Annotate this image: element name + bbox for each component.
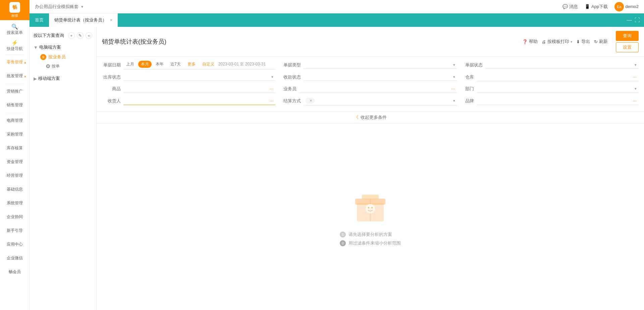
tab-close-btn[interactable]: ×	[110, 18, 112, 22]
settlement-tag: ×	[306, 98, 315, 104]
sidebar-item-finance[interactable]: 资金管理	[0, 155, 29, 169]
sidebar-item-member[interactable]: 畅会员	[0, 265, 29, 279]
date-tab-more[interactable]: 更多	[185, 61, 198, 68]
brand-label: 品牌	[465, 98, 474, 104]
sidebar-item-corp[interactable]: 企业协同	[0, 210, 29, 224]
sidebar-quicknav[interactable]: ⚡ 快捷导航	[7, 38, 23, 54]
setting-button[interactable]: 设置	[616, 42, 639, 52]
print-btn[interactable]: 🖨 按模板打印 ▾	[542, 39, 572, 45]
doc-type-select[interactable]: ▾	[304, 61, 457, 69]
page-header: 销货单统计表(按业务员) ❓ 帮助 🖨 按模板打印 ▾ ⬇ 导出	[97, 27, 644, 57]
divider	[6, 84, 23, 84]
consignee-input[interactable]: ···	[123, 97, 275, 105]
consignee-dots[interactable]: ···	[270, 98, 274, 103]
empty-state: ① 请先选择要分析的方案 ② 用过滤条件来缩小分析范围	[97, 123, 644, 310]
message-btn[interactable]: 💬 消息	[562, 4, 578, 10]
settlement-label: 结算方式	[283, 98, 301, 104]
sidebar-item-marketing[interactable]: 营销推广	[0, 85, 29, 98]
tree-child-by-order[interactable]: ⚙ 按单	[30, 62, 96, 71]
sidebar-search[interactable]: 🔍 搜索菜单	[7, 20, 23, 38]
dept-select[interactable]: ▾	[477, 85, 639, 93]
out-status-arrow: ▾	[271, 75, 273, 79]
sidebar-item-system[interactable]: 系统管理	[0, 196, 29, 210]
edit-scheme-btn[interactable]: ✎	[77, 32, 84, 39]
tab-current[interactable]: 销货单统计表（按业务员） ×	[49, 13, 118, 27]
date-tab-thismonth[interactable]: 本月	[138, 61, 152, 68]
salesman-dots[interactable]: ···	[451, 86, 455, 91]
sidebar-item-purchase[interactable]: 采购管理	[0, 127, 29, 141]
doc-status-select[interactable]: ▾	[485, 61, 639, 69]
collapse-icon: 《	[354, 114, 359, 120]
tree-parent-mobile[interactable]: ▶ 移动端方案	[30, 73, 96, 84]
sidebar-item-appcenter[interactable]: 应用中心	[0, 238, 29, 251]
page-title: 销货单统计表(按业务员)	[102, 38, 166, 50]
payment-status-select[interactable]: ▾	[304, 73, 457, 81]
tree-child-salesman[interactable]: 按 按业务员	[30, 52, 96, 62]
tab-maximize-btn[interactable]: ⛶	[635, 17, 640, 23]
user-avatar[interactable]: Ea demo2	[614, 2, 639, 11]
sidebar-item-wholesale[interactable]: 批发管理	[0, 69, 29, 83]
logo[interactable]: 畅 标摆	[0, 0, 30, 20]
settlement-tag-close[interactable]: ×	[310, 98, 312, 103]
sidebar-item-ecommerce[interactable]: 电商管理	[0, 114, 29, 127]
sidebar-item-inventory[interactable]: 库存核算	[0, 141, 29, 155]
payment-status-arrow: ▾	[453, 75, 455, 79]
app-download-btn[interactable]: 📱 App下载	[585, 4, 608, 10]
date-range: 2023-03-01 至 2023-03-31	[218, 61, 266, 67]
date-tab-custom[interactable]: 自定义	[200, 61, 217, 68]
goods-label: 商品	[102, 86, 121, 92]
sidebar-item-basic[interactable]: 基础信息	[0, 183, 29, 196]
sidebar-item-operation[interactable]: 经营管理	[0, 169, 29, 183]
sidebar-item-sales[interactable]: 销售管理	[0, 98, 29, 112]
date-label: 单据日期	[102, 62, 121, 68]
goods-input[interactable]: ···	[123, 85, 275, 93]
filter-area: 单据日期 上月 本月 本年 近7天 更多 自定义 2023-03-01 至 20…	[97, 57, 644, 112]
brand-input[interactable]: ···	[477, 97, 639, 105]
date-tab-7days[interactable]: 近7天	[168, 61, 183, 68]
topbar-dropdown[interactable]: ▾	[81, 4, 83, 9]
svg-point-4	[366, 204, 375, 213]
sidebar-item-retail[interactable]: 零售管理	[0, 55, 29, 69]
collapse-btn[interactable]: 《 收起更多条件	[354, 114, 387, 120]
settlement-arrow: ▾	[453, 99, 455, 103]
tab-minimize-btn[interactable]: —	[627, 17, 632, 23]
topbar-title: 办公用品行业模拟账套	[35, 4, 78, 10]
goods-dots[interactable]: ···	[270, 86, 274, 91]
tab-home[interactable]: 首页	[30, 13, 49, 27]
tree-parent-computer[interactable]: ▼ 电脑端方案	[30, 42, 96, 52]
doc-type-label: 单据类型	[283, 62, 301, 68]
warehouse-label: 仓库	[465, 74, 474, 80]
print-icon: 🖨	[542, 39, 546, 44]
salesman-input[interactable]: ···	[299, 85, 457, 93]
out-status-select[interactable]: ▾	[123, 73, 275, 81]
date-tab-thisyear[interactable]: 本年	[153, 61, 166, 68]
brand-dots[interactable]: ···	[633, 98, 637, 103]
divider	[6, 113, 23, 113]
svg-point-5	[368, 207, 369, 208]
out-status-label: 出库状态	[102, 74, 121, 80]
query-button[interactable]: 查询	[616, 31, 639, 41]
date-tab-lastmonth[interactable]: 上月	[123, 61, 137, 68]
left-panel-header: 按以下方案查询 + ✎ «	[30, 30, 96, 41]
settlement-select[interactable]: × ▾	[304, 96, 457, 105]
divider	[6, 54, 23, 55]
sidebar-item-newbie[interactable]: 新手引导	[0, 224, 29, 238]
topbar: 办公用品行业模拟账套 ▾ 💬 消息 📱 App下载 Ea demo2	[30, 0, 644, 13]
right-panel: 销货单统计表(按业务员) ❓ 帮助 🖨 按模板打印 ▾ ⬇ 导出	[97, 27, 644, 310]
warehouse-dots[interactable]: ···	[633, 74, 637, 80]
sidebar-item-wechat[interactable]: 企业微信	[0, 251, 29, 265]
collapse-bar: 《 收起更多条件	[97, 112, 644, 123]
warehouse-input[interactable]: ···	[477, 73, 639, 81]
by-order-icon: ⚙	[46, 63, 50, 69]
topbar-left: 办公用品行业模拟账套 ▾	[35, 4, 83, 10]
refresh-btn[interactable]: ↻ 刷新	[594, 39, 608, 45]
export-btn[interactable]: ⬇ 导出	[576, 39, 590, 45]
logo-icon: 畅	[9, 2, 20, 13]
print-arrow: ▾	[571, 40, 572, 44]
add-scheme-btn[interactable]: +	[68, 32, 75, 39]
collapse-panel-btn[interactable]: «	[86, 32, 92, 39]
left-panel: 按以下方案查询 + ✎ « ▼ 电脑端方案 按 按业务员 ⚙ 按	[30, 27, 97, 310]
download-icon: 📱	[585, 4, 590, 9]
help-btn[interactable]: ❓ 帮助	[522, 39, 538, 45]
date-tabs: 上月 本月 本年 近7天 更多 自定义	[123, 61, 217, 68]
